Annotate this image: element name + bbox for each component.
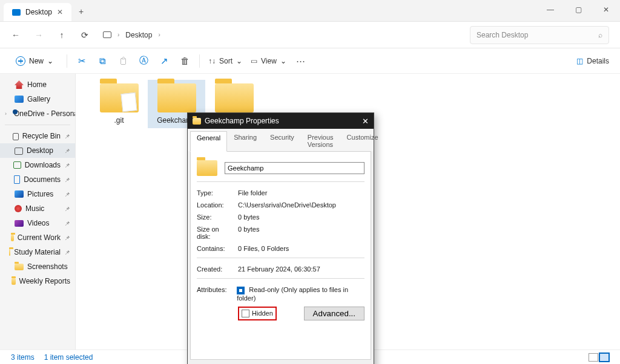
sidebar-label: Pictures [27,190,53,198]
folder-icon [157,83,196,112]
chevron-down-icon: ⌄ [236,57,242,65]
pin-icon: 📌︎ [64,148,70,154]
videos-icon [15,220,24,227]
sidebar-label: Desktop [27,146,53,155]
sidebar-weekly-reports[interactable]: Weekly Reports [0,274,75,288]
pin-icon: 📌︎ [64,220,70,227]
sidebar: Home Gallery › OneDrive - Personal Recyc… [0,74,76,349]
file-item-git[interactable]: .git [90,80,148,128]
chevron-right-icon[interactable]: › [5,111,7,117]
sidebar-screenshots[interactable]: Screenshots [0,259,75,274]
sort-icon: ↑↓ [208,57,216,65]
desktop-icon [15,148,23,155]
documents-icon [14,175,21,184]
sidebar-label: Current Work [18,233,61,242]
sidebar-recycle-bin[interactable]: Recycle Bin 📌︎ [0,129,75,143]
value-size: 0 bytes [238,213,259,221]
details-label: Details [587,57,609,65]
tab-security[interactable]: Security [263,131,301,151]
sidebar-desktop[interactable]: Desktop 📌︎ [0,143,75,158]
file-label: .git [93,116,145,125]
sidebar-label: Study Material [14,248,61,256]
tab-close-icon[interactable]: ✕ [57,8,63,16]
advanced-button[interactable]: Advanced... [304,307,364,320]
pin-icon: 📌︎ [64,177,70,183]
tab-general[interactable]: General [190,131,227,152]
maximize-button[interactable]: ▢ [564,0,592,19]
more-button[interactable]: ⋯ [295,56,307,67]
plus-circle-icon [16,56,25,66]
label-size-on-disk: Size on disk: [197,226,231,240]
new-tab-button[interactable]: + [71,2,91,21]
breadcrumb-segment[interactable]: Desktop [125,31,152,39]
sidebar-music[interactable]: Music 📌︎ [0,201,75,216]
home-icon [15,80,24,89]
close-button[interactable]: ✕ [592,0,620,19]
dialog-titlebar[interactable]: Geekchamp Properties ✕ [188,113,374,129]
details-icon: ◫ [576,57,583,65]
sidebar-label: Home [27,80,47,89]
sidebar-pictures[interactable]: Pictures 📌︎ [0,187,75,201]
cut-icon[interactable]: ✂ [76,56,88,67]
details-button[interactable]: ◫ Details [576,57,609,65]
breadcrumb[interactable]: › Desktop › [103,31,457,39]
properties-dialog: Geekchamp Properties ✕ General Sharing S… [187,112,374,364]
tab-sharing[interactable]: Sharing [227,131,263,151]
music-icon [15,205,22,212]
sort-button[interactable]: ↑↓ Sort ⌄ [208,57,242,65]
dialog-tabs: General Sharing Security Previous Versio… [188,129,374,151]
readonly-checkbox[interactable] [237,287,245,294]
this-pc-icon [103,31,111,38]
sidebar-label: Recycle Bin [22,132,61,140]
icon-view-button[interactable] [599,353,609,362]
view-button[interactable]: ▭ View ⌄ [251,57,286,65]
label-attributes: Attributes: [197,286,229,302]
dialog-close-button[interactable]: ✕ [362,117,369,126]
refresh-button[interactable]: ⟳ [80,30,90,40]
folder-icon [100,83,139,112]
rename-icon[interactable]: Ⓐ [137,55,150,67]
sidebar-documents[interactable]: Documents 📌︎ [0,172,75,187]
sidebar-videos[interactable]: Videos 📌︎ [0,216,75,230]
sidebar-label: Weekly Reports [19,277,70,285]
new-button[interactable]: New ⌄ [11,54,58,68]
gallery-icon [15,96,24,103]
label-location: Location: [197,201,231,209]
sidebar-current-work[interactable]: Current Work 📌︎ [0,230,75,245]
back-button[interactable]: ← [11,30,21,40]
label-type: Type: [197,189,231,197]
tab-previous-versions[interactable]: Previous Versions [301,131,340,151]
folder-name-input[interactable] [225,162,364,174]
separator [199,54,200,68]
sidebar-study-material[interactable]: Study Material 📌︎ [0,245,75,259]
up-button[interactable]: ↑ [57,30,67,40]
sidebar-home[interactable]: Home [0,77,75,92]
pictures-icon [15,190,24,198]
search-input[interactable]: Search Desktop ⌕ [470,26,609,44]
paste-icon[interactable]: 📋︎ [117,56,129,66]
status-selected-count: 1 item selected [44,353,93,362]
sidebar-onedrive[interactable]: › OneDrive - Personal [0,106,75,121]
tab-customize[interactable]: Customize [340,131,385,151]
forward-button[interactable]: → [34,30,44,40]
value-size-on-disk: 0 bytes [238,226,259,240]
copy-icon[interactable]: ⧉ [96,56,108,67]
view-toggle [589,353,609,362]
pin-icon: 📌︎ [64,235,70,241]
pin-icon: 📌︎ [64,249,70,256]
value-contains: 0 Files, 0 Folders [238,245,289,252]
share-icon[interactable]: ↗ [158,56,170,67]
tab-strip: Desktop ✕ + [0,0,620,22]
folder-icon [9,249,10,256]
folder-icon [15,264,24,270]
sidebar-label: OneDrive - Personal [14,109,76,118]
sidebar-downloads[interactable]: Downloads 📌︎ [0,158,75,172]
folder-icon [11,235,14,241]
hidden-checkbox[interactable] [242,310,249,317]
label-created: Created: [197,265,231,273]
sidebar-gallery[interactable]: Gallery [0,92,75,106]
list-view-button[interactable] [589,353,598,362]
delete-icon[interactable]: 🗑︎ [179,56,191,66]
minimize-button[interactable]: — [536,0,564,19]
tab-current[interactable]: Desktop ✕ [4,3,71,21]
